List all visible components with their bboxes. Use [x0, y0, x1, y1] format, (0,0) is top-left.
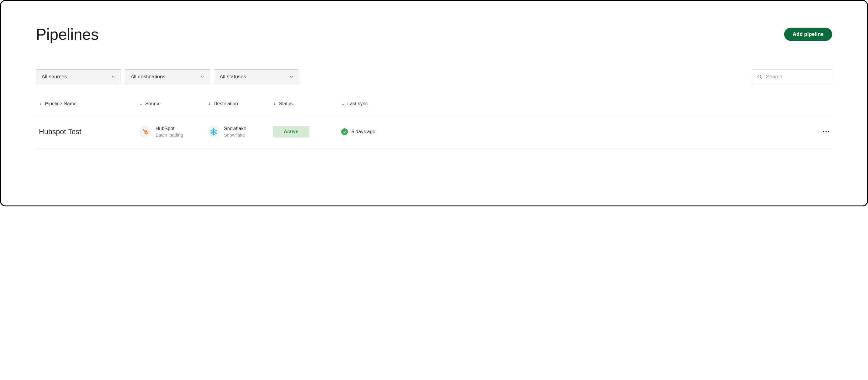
- search-icon: [757, 74, 762, 79]
- chevron-down-icon: [111, 75, 116, 79]
- source-name: HubSpot: [156, 126, 183, 132]
- source-cell: HubSpot Batch loading: [139, 126, 208, 138]
- more-icon: [823, 131, 829, 132]
- sort-down-icon: [39, 102, 42, 106]
- table-row[interactable]: Hubspot Test HubSpot B: [36, 115, 832, 148]
- filter-destinations-label: All destinations: [131, 74, 165, 80]
- pipelines-table: Pipeline Name Source Destination Status …: [36, 101, 832, 148]
- header-row: Pipelines Add pipeline: [36, 25, 832, 43]
- last-sync-text: 5 days ago: [351, 129, 375, 134]
- col-last-sync[interactable]: Last sync: [341, 101, 814, 107]
- search-box[interactable]: [752, 69, 832, 84]
- chevron-down-icon: [200, 75, 205, 79]
- sort-down-icon: [139, 102, 143, 106]
- filter-statuses-label: All statuses: [220, 74, 246, 80]
- col-status[interactable]: Status: [273, 101, 341, 107]
- filter-sources-label: All sources: [42, 74, 67, 80]
- check-circle-icon: [341, 128, 348, 135]
- col-destination[interactable]: Destination: [208, 101, 273, 107]
- source-sub: Batch loading: [156, 132, 183, 138]
- svg-line-1: [761, 78, 762, 79]
- sort-down-icon: [273, 102, 276, 106]
- table-header: Pipeline Name Source Destination Status …: [36, 101, 832, 115]
- svg-line-10: [144, 131, 146, 132]
- pipeline-name: Hubspot Test: [39, 128, 139, 136]
- filter-sources[interactable]: All sources: [36, 69, 121, 84]
- chevron-down-icon: [289, 75, 293, 79]
- last-sync-cell: 5 days ago: [341, 128, 814, 135]
- snowflake-icon: [208, 126, 220, 138]
- sort-down-icon: [341, 102, 345, 106]
- col-source[interactable]: Source: [139, 101, 208, 107]
- col-pipeline-name[interactable]: Pipeline Name: [39, 101, 139, 107]
- filter-destinations[interactable]: All destinations: [125, 69, 210, 84]
- status-cell: Active: [273, 126, 341, 137]
- svg-point-0: [758, 75, 761, 78]
- destination-cell: Snowflake Snowflake: [208, 126, 273, 138]
- add-pipeline-button[interactable]: Add pipeline: [784, 28, 832, 41]
- hubspot-icon: [139, 126, 151, 138]
- sort-down-icon: [208, 102, 211, 106]
- page-title: Pipelines: [36, 25, 99, 43]
- destination-sub: Snowflake: [224, 132, 246, 138]
- controls-row: All sources All destinations All statuse…: [36, 69, 832, 84]
- filter-statuses[interactable]: All statuses: [214, 69, 299, 84]
- row-actions-button[interactable]: [814, 131, 829, 132]
- search-input[interactable]: [766, 74, 827, 80]
- pipelines-panel: Pipelines Add pipeline All sources All d…: [0, 0, 868, 206]
- status-badge: Active: [273, 126, 309, 137]
- destination-name: Snowflake: [224, 126, 246, 132]
